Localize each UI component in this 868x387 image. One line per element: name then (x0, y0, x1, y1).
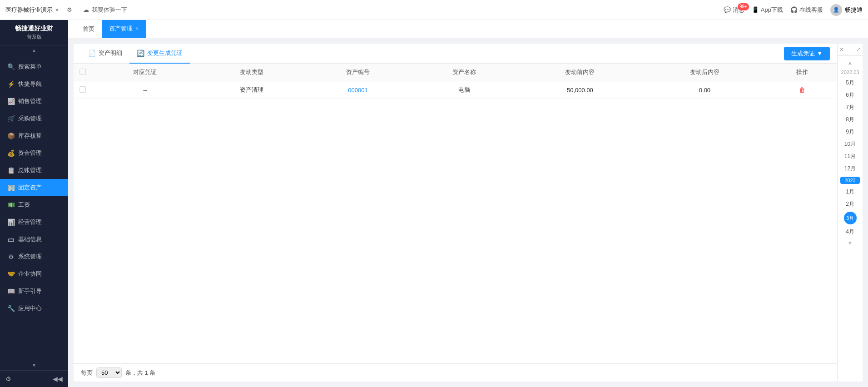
right-panel-expand-button[interactable]: ⤢ (856, 46, 861, 53)
app-download-icon: 📱 (752, 6, 759, 13)
tab-asset-management[interactable]: 资产管理 × (102, 20, 146, 38)
topbar-right: 💬 消息 99+ 📱 App下载 🎧 在线客服 👤 畅捷通 (724, 4, 863, 16)
col-asset-code: 资产编号 (305, 64, 411, 81)
calendar-month-7[interactable]: 7月 (838, 101, 863, 114)
tab-home[interactable]: 首页 (75, 20, 102, 38)
row-checkbox[interactable] (79, 86, 86, 93)
sidebar-item-app-center[interactable]: 🔧 应用中心 (0, 300, 68, 317)
dropdown-arrow-icon: ▼ (817, 50, 823, 57)
sidebar-item-label: 采购管理 (18, 114, 42, 123)
sidebar-item-label: 基础信息 (18, 235, 42, 243)
sidebar-scroll-down[interactable]: ▼ (0, 360, 68, 370)
sidebar-logo: 畅捷通好业财 普及版 (0, 20, 68, 45)
cell-asset-code[interactable]: 000001 (305, 81, 411, 99)
cell-asset-name: 电脑 (411, 81, 517, 99)
sidebar-item-guide[interactable]: 📖 新手引导 (0, 283, 68, 300)
sidebar-item-operation[interactable]: 📊 经营管理 (0, 213, 68, 231)
col-after-content: 变动后内容 (642, 64, 767, 81)
change-voucher-icon: 🔄 (137, 50, 144, 57)
online-service-label: 在线客服 (799, 6, 823, 14)
message-action[interactable]: 💬 消息 99+ (724, 6, 744, 14)
sub-tab-actions: 生成凭证 ▼ (784, 47, 830, 60)
sidebar-footer: ⚙ ◀◀ (0, 370, 68, 387)
sidebar-item-purchase[interactable]: 🛒 采购管理 (0, 110, 68, 127)
calendar-month-9[interactable]: 9月 (838, 126, 863, 138)
calendar-year-2022: 2022.03 (838, 68, 863, 77)
sidebar-item-label: 新手引导 (18, 287, 42, 295)
sidebar-item-ledger[interactable]: 📋 总账管理 (0, 162, 68, 179)
sidebar-item-label: 库存核算 (18, 132, 42, 140)
sub-tab1-label: 资产明细 (99, 49, 122, 57)
right-panel-close-button[interactable]: ✕ (839, 46, 844, 53)
cell-voucher: -- (92, 81, 198, 99)
experience-button[interactable]: ☁ 我要体验一下 (79, 4, 131, 16)
sidebar-item-base-info[interactable]: 🗃 基础信息 (0, 231, 68, 248)
calendar-month-2023-2[interactable]: 2月 (838, 198, 863, 210)
tab-close-icon[interactable]: × (135, 25, 139, 32)
sub-tab-change-voucher[interactable]: 🔄 变更生成凭证 (129, 44, 190, 64)
generate-voucher-button[interactable]: 生成凭证 ▼ (784, 47, 830, 60)
calendar-month-8[interactable]: 8月 (838, 114, 863, 126)
settings-footer-icon[interactable]: ⚙ (5, 375, 11, 382)
sidebar-item-system[interactable]: ⚙ 系统管理 (0, 248, 68, 265)
sidebar-item-inventory[interactable]: 📦 库存核算 (0, 127, 68, 144)
sub-tab-asset-detail[interactable]: 📄 资产明细 (81, 44, 129, 64)
per-page-select[interactable]: 10 20 50 100 (96, 367, 122, 378)
home-tab-label: 首页 (83, 25, 94, 33)
table-body: -- 资产清理 000001 电脑 50,000.00 0.00 🗑 (74, 81, 837, 99)
purchase-icon: 🛒 (7, 115, 15, 122)
calendar-month-10[interactable]: 10月 (838, 138, 863, 150)
chevron-down-icon: ▼ (55, 7, 60, 13)
calendar-month-11[interactable]: 11月 (838, 150, 863, 163)
topbar: 医疗器械行业演示 ▼ ⚙ ☁ 我要体验一下 💬 消息 99+ 📱 App下载 🎧… (0, 0, 868, 20)
sidebar: 畅捷通好业财 普及版 ▲ 🔍 搜索菜单 ⚡ 快捷导航 📈 销售管理 🛒 采购管理… (0, 20, 68, 387)
experience-label: 我要体验一下 (92, 6, 127, 14)
app-download-action[interactable]: 📱 App下载 (752, 6, 783, 14)
sidebar-item-fixed-assets[interactable]: 🏢 固定资产 (0, 179, 68, 196)
select-all-header[interactable] (74, 64, 92, 81)
fixed-assets-icon: 🏢 (7, 184, 15, 191)
cell-action[interactable]: 🗑 (767, 81, 837, 99)
row-checkbox-cell[interactable] (74, 81, 92, 99)
inventory-icon: 📦 (7, 132, 15, 139)
table-container: 对应凭证 变动类型 资产编号 资产名称 变动前内容 变动后内容 操作 (74, 64, 837, 363)
logo-main: 畅捷通好业财 (15, 25, 53, 33)
search-icon: 🔍 (7, 63, 15, 70)
sidebar-item-collab[interactable]: 🤝 企业协同 (0, 265, 68, 283)
calendar-month-12[interactable]: 12月 (838, 163, 863, 175)
calendar-month-5[interactable]: 5月 (838, 77, 863, 89)
sidebar-item-quicknav[interactable]: ⚡ 快捷导航 (0, 75, 68, 93)
sidebar-scroll-up[interactable]: ▲ (0, 45, 68, 55)
calendar-month-2023-1[interactable]: 1月 (838, 186, 863, 198)
delete-icon[interactable]: 🗑 (799, 86, 805, 94)
select-all-checkbox[interactable] (79, 69, 86, 75)
sidebar-item-label: 经营管理 (18, 218, 42, 226)
table-footer: 每页 10 20 50 100 条，共 1 条 (74, 363, 837, 382)
sidebar-item-label: 快捷导航 (18, 80, 42, 88)
calendar-scroll-up[interactable]: ▲ (838, 58, 863, 68)
system-icon: ⚙ (7, 253, 15, 260)
calendar-month-6[interactable]: 6月 (838, 89, 863, 101)
calendar-scroll-down[interactable]: ▼ (838, 238, 863, 248)
ledger-icon: 📋 (7, 167, 15, 174)
sidebar-item-label: 总账管理 (18, 166, 42, 174)
user-area[interactable]: 👤 畅捷通 (830, 4, 863, 16)
cell-before-content: 50,000.00 (518, 81, 643, 99)
sidebar-item-sales[interactable]: 📈 销售管理 (0, 93, 68, 110)
company-selector[interactable]: 医疗器械行业演示 ▼ (5, 6, 60, 14)
topbar-left: 医疗器械行业演示 ▼ ⚙ ☁ 我要体验一下 (5, 4, 724, 16)
calendar-month-2023-4[interactable]: 4月 (838, 226, 863, 238)
operation-icon: 📊 (7, 218, 15, 226)
sidebar-item-label: 资金管理 (18, 149, 42, 157)
asset-detail-icon: 📄 (88, 50, 96, 57)
online-service-action[interactable]: 🎧 在线客服 (790, 6, 823, 14)
settings-icon[interactable]: ⚙ (63, 4, 76, 16)
sidebar-item-label: 搜索菜单 (18, 63, 42, 71)
cell-after-content: 0.00 (642, 81, 767, 99)
sidebar-item-label: 工资 (18, 201, 30, 209)
sidebar-item-search[interactable]: 🔍 搜索菜单 (0, 58, 68, 75)
calendar-month-2023-3-current[interactable]: 3月 (844, 212, 857, 224)
sidebar-item-salary[interactable]: 💵 工资 (0, 196, 68, 213)
sidebar-item-funds[interactable]: 💰 资金管理 (0, 144, 68, 162)
collapse-icon[interactable]: ◀◀ (53, 375, 63, 382)
